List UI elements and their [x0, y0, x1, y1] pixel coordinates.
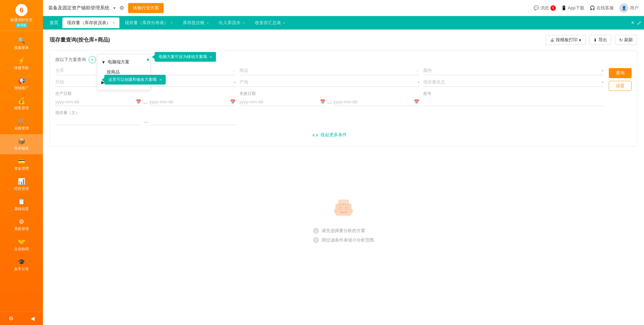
print-icon: 🖨 — [550, 38, 554, 43]
sidebar: 6 畅通消好生意 标准版 🔍 搜索菜单 ⚡ 快捷导航 📢 营销推广 💰 销售管理… — [0, 0, 43, 325]
settings-bottom-icon[interactable]: ⚙ — [9, 315, 13, 322]
expire-date-label: 失效日期 — [239, 91, 420, 97]
sidebar-label-inventory: 库存核算 — [14, 146, 29, 151]
collapse-button[interactable]: ∧∧ 收起更多条件 — [55, 129, 603, 141]
svg-point-5 — [339, 208, 341, 209]
sidebar-item-search[interactable]: 🔍 搜索菜单 — [0, 34, 43, 54]
sidebar-nav: 🔍 搜索菜单 ⚡ 快捷导航 📢 营销推广 💰 销售管理 🛒 采购管理 📦 库存核… — [0, 31, 43, 312]
expire-date-end[interactable] — [334, 99, 413, 104]
tooltip1-close[interactable]: × — [210, 55, 212, 59]
scheme-tree-desktop[interactable]: ▼ 电脑端方案 — [97, 57, 150, 67]
filter-add-button[interactable]: + — [89, 56, 96, 63]
query-button[interactable]: 查询 — [609, 68, 632, 78]
tip-text-2: 用过滤条件来缩小分析范围 — [322, 237, 374, 243]
expire-date-dash: — — [327, 100, 332, 105]
collapse-label: 收起更多条件 — [321, 132, 347, 138]
product-select[interactable]: 商品 ··· — [239, 67, 420, 75]
online-service-action[interactable]: 🎧 在线客服 — [590, 5, 614, 11]
produce-date-end[interactable] — [150, 99, 229, 104]
tab-close-3[interactable]: × — [243, 21, 245, 25]
messages-action[interactable]: 💬 消息 6 — [534, 5, 556, 11]
sidebar-label-sales: 销售管理 — [14, 106, 29, 111]
tab-batch-account[interactable]: 库存批次账 × — [178, 17, 213, 28]
produce-date-label: 生产日期 — [55, 91, 235, 97]
scheme-tree: ▼ 电脑端方案 按商品 ▶ 移动端方案 — [97, 54, 151, 90]
svg-rect-8 — [351, 209, 353, 213]
tab-close-0[interactable]: × — [113, 21, 115, 25]
sidebar-item-enterprise[interactable]: 🤝 企业协同 — [0, 235, 43, 255]
tab-close-4[interactable]: × — [283, 21, 285, 25]
expire-date-range: 📅 — 📅 — [239, 99, 420, 106]
quick-nav-icon: ⚡ — [18, 57, 25, 64]
sidebar-item-system[interactable]: ⚙ 系统管理 — [0, 215, 43, 235]
empty-tip-2: 2 用过滤条件来缩小分析范围 — [313, 237, 374, 243]
collapse-sidebar-icon[interactable]: ◀ — [31, 315, 35, 322]
user-label: 用户 — [630, 5, 639, 11]
tab-close-1[interactable]: × — [170, 21, 172, 25]
app-download-action[interactable]: 📱 App下载 — [561, 5, 584, 11]
produce-date-calendar-icon[interactable]: 📅 — [136, 99, 141, 104]
origin-select[interactable]: 产地 ▾ — [239, 79, 420, 87]
user-action[interactable]: 👤 用户 — [619, 3, 639, 13]
sidebar-logo: 6 畅通消好生意 标准版 — [0, 0, 43, 31]
export-button[interactable]: ⬇ 导出 — [589, 35, 611, 45]
stock-qty-start[interactable] — [55, 118, 142, 123]
enterprise-icon: 🤝 — [18, 238, 25, 246]
settings-icon[interactable]: ⚙ — [119, 5, 124, 11]
tab-inventory-dist[interactable]: 现存量（库存分布表） × — [120, 17, 177, 28]
refresh-button[interactable]: ↻ 刷新 — [615, 35, 637, 45]
tooltip-create-scheme: 这里可以创建和修改方案哦 × — [104, 75, 166, 85]
tab-summary[interactable]: 收发存汇总表 × — [250, 17, 290, 28]
tab-inventory-status[interactable]: 现存量（库存状况表） × — [62, 17, 119, 28]
sidebar-label-basic: 基础信息 — [14, 206, 29, 211]
message-badge: 6 — [550, 5, 556, 11]
header-left: 装备及固定资产辅助管理系统 ▾ ⚙ 体验行业方案 — [48, 3, 164, 13]
sidebar-item-quick-nav[interactable]: ⚡ 快捷导航 — [0, 54, 43, 74]
tab-flow[interactable]: 出入库流水 × — [214, 17, 249, 28]
svg-point-6 — [346, 208, 347, 209]
size-chevron-icon: ▾ — [234, 80, 235, 84]
stock-qty-end[interactable] — [150, 118, 237, 123]
expire-date-start[interactable] — [239, 99, 319, 104]
sidebar-item-inventory[interactable]: 📦 库存核算 — [0, 134, 43, 154]
color-select[interactable]: 颜色 ▾ — [423, 67, 603, 75]
export-icon: ⬇ — [593, 38, 597, 43]
sidebar-item-purchase[interactable]: 🛒 采购管理 — [0, 114, 43, 134]
batch-input[interactable] — [423, 99, 603, 104]
sidebar-item-operation[interactable]: 📊 经营管理 — [0, 174, 43, 195]
tooltip2-close[interactable]: × — [159, 77, 162, 82]
sales-icon: 💰 — [18, 97, 25, 105]
empty-tips: 1 请先选择要分析的方案 2 用过滤条件来缩小分析范围 — [313, 228, 374, 243]
produce-date-dash: — — [143, 100, 148, 105]
fullscreen-icon[interactable]: ⤢ — [637, 20, 641, 26]
sidebar-item-basic[interactable]: 📋 基础信息 — [0, 195, 43, 215]
reset-button[interactable]: 设置 — [609, 81, 632, 91]
tab-close-2[interactable]: × — [207, 21, 209, 25]
sidebar-item-guide[interactable]: 🎓 新手引导 — [0, 255, 43, 275]
template-print-button[interactable]: 🖨 按模板打印 ▾ — [546, 35, 586, 45]
close-all-tabs-icon[interactable]: × — [631, 20, 634, 26]
tab-home[interactable]: 首页 — [46, 20, 62, 26]
product-dots-icon: ··· — [416, 68, 420, 73]
expire-date-end-calendar-icon[interactable]: 📅 — [414, 99, 419, 104]
message-icon: 💬 — [534, 5, 539, 10]
message-label: 消息 — [540, 5, 549, 11]
filter-label: 按以下方案查询 — [55, 57, 86, 63]
tooltip-mobile-scheme: 电脑方案可设为移动方案哦 × — [155, 52, 216, 62]
produce-date-end-calendar-icon[interactable]: 📅 — [230, 99, 235, 104]
produce-date-start[interactable] — [55, 99, 135, 104]
system-dropdown[interactable]: ▾ — [113, 6, 115, 10]
sidebar-bottom: ⚙ ◀ — [0, 312, 43, 325]
trial-button[interactable]: 体验行业方案 — [128, 3, 164, 13]
sidebar-item-finance[interactable]: 💳 资金管理 — [0, 154, 43, 174]
expire-date-calendar-icon[interactable]: 📅 — [320, 99, 325, 104]
produce-date-range: 📅 — 📅 — [55, 99, 235, 106]
tip-num-1: 1 — [313, 228, 319, 234]
status-select[interactable]: 现存量状态 ▾ — [423, 79, 603, 87]
sidebar-item-sales[interactable]: 💰 销售管理 — [0, 94, 43, 114]
tab-label-flow: 出入库流水 — [219, 20, 240, 26]
operation-icon: 📊 — [18, 178, 25, 185]
empty-state: 1 请先选择要分析的方案 2 用过滤条件来缩小分析范围 — [313, 167, 374, 270]
scheme-desktop-label: 电脑端方案 — [108, 59, 129, 65]
sidebar-item-marketing[interactable]: 📢 营销推广 — [0, 74, 43, 94]
